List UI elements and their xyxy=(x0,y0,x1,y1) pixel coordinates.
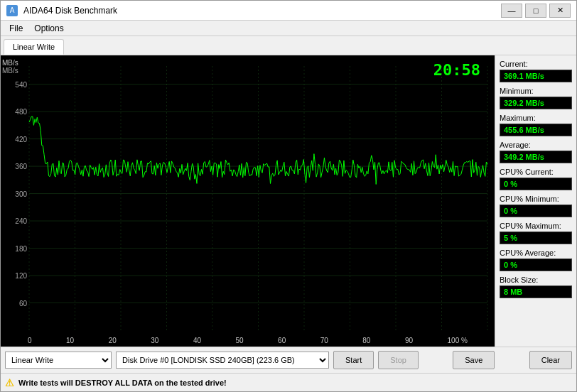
cpu-maximum-stat: CPU% Maximum: 5 % xyxy=(500,222,572,244)
disk-select[interactable]: Disk Drive #0 [LONDISK SSD 240GB] (223.6… xyxy=(116,352,329,369)
maximum-value: 455.6 MB/s xyxy=(500,124,572,136)
app-icon: A xyxy=(6,5,18,16)
stop-button[interactable]: Stop xyxy=(378,351,419,369)
main-window: A AIDA64 Disk Benchmark — □ ✕ File Optio… xyxy=(0,0,577,392)
minimum-value: 329.2 MB/s xyxy=(500,97,572,109)
x-label-100: 100 % xyxy=(448,337,468,344)
save-button[interactable]: Save xyxy=(453,351,495,369)
start-button[interactable]: Start xyxy=(333,351,374,369)
stats-sidebar: Current: 369.1 MB/s Minimum: 329.2 MB/s … xyxy=(495,55,576,347)
block-size-stat: Block Size: 8 MB xyxy=(500,276,572,298)
close-button[interactable]: ✕ xyxy=(549,4,571,18)
cpu-minimum-label: CPU% Minimum: xyxy=(500,195,572,203)
block-size-label: Block Size: xyxy=(500,276,572,284)
window-title: AIDA64 Disk Benchmark xyxy=(23,6,117,16)
block-size-value: 8 MB xyxy=(500,285,572,298)
cpu-current-value: 0 % xyxy=(500,178,572,190)
warning-bar: ⚠ Write tests will DESTROY ALL DATA on t… xyxy=(1,373,576,391)
x-label-60: 60 xyxy=(278,337,286,344)
cpu-minimum-stat: CPU% Minimum: 0 % xyxy=(500,195,572,217)
current-value: 369.1 MB/s xyxy=(500,70,572,82)
cpu-average-label: CPU% Average: xyxy=(500,249,572,257)
title-bar-left: A AIDA64 Disk Benchmark xyxy=(6,5,117,16)
menu-file[interactable]: File xyxy=(4,22,28,34)
menu-options[interactable]: Options xyxy=(28,22,69,34)
x-axis-labels: 0 10 20 30 40 50 60 70 80 90 100 % xyxy=(1,334,495,347)
y-axis-unit: MB/s xyxy=(2,59,18,67)
bottom-bar: Linear Write Linear Read Random Write Ra… xyxy=(1,347,576,391)
benchmark-chart xyxy=(1,55,495,334)
cpu-minimum-value: 0 % xyxy=(500,205,572,217)
x-label-10: 10 xyxy=(66,337,74,344)
average-stat: Average: 349.2 MB/s xyxy=(500,141,572,163)
maximum-stat: Maximum: 455.6 MB/s xyxy=(500,114,572,136)
x-label-20: 20 xyxy=(109,337,117,344)
title-controls: — □ ✕ xyxy=(501,4,571,18)
average-value: 349.2 MB/s xyxy=(500,151,572,163)
x-label-0: 0 xyxy=(28,337,32,344)
clear-button[interactable]: Clear xyxy=(529,351,572,369)
warning-icon: ⚠ xyxy=(5,377,14,388)
cpu-current-label: CPU% Current: xyxy=(500,168,572,176)
x-label-30: 30 xyxy=(151,337,158,344)
warning-text: Write tests will DESTROY ALL DATA on the… xyxy=(18,379,227,387)
test-type-select[interactable]: Linear Write Linear Read Random Write Ra… xyxy=(5,352,112,369)
title-bar: A AIDA64 Disk Benchmark — □ ✕ xyxy=(1,1,576,21)
cpu-current-stat: CPU% Current: 0 % xyxy=(500,168,572,190)
x-label-40: 40 xyxy=(193,337,201,344)
cpu-average-stat: CPU% Average: 0 % xyxy=(500,249,572,271)
tab-bar: Linear Write xyxy=(1,36,576,55)
chart-area: MB/s 20:58 0 10 20 30 40 50 60 70 80 90 … xyxy=(1,55,495,347)
x-label-80: 80 xyxy=(362,337,370,344)
average-label: Average: xyxy=(500,141,572,149)
cpu-average-value: 0 % xyxy=(500,258,572,271)
time-display: 20:58 xyxy=(433,61,480,79)
cpu-maximum-label: CPU% Maximum: xyxy=(500,222,572,230)
current-label: Current: xyxy=(500,60,572,68)
tab-linear-write[interactable]: Linear Write xyxy=(4,39,64,55)
current-stat: Current: 369.1 MB/s xyxy=(500,60,572,82)
minimize-button[interactable]: — xyxy=(501,4,522,18)
bottom-controls: Linear Write Linear Read Random Write Ra… xyxy=(1,347,576,373)
x-label-50: 50 xyxy=(235,337,243,344)
main-content: MB/s 20:58 0 10 20 30 40 50 60 70 80 90 … xyxy=(1,55,576,347)
maximum-label: Maximum: xyxy=(500,114,572,122)
minimum-label: Minimum: xyxy=(500,87,572,95)
x-label-90: 90 xyxy=(405,337,413,344)
minimum-stat: Minimum: 329.2 MB/s xyxy=(500,87,572,109)
cpu-maximum-value: 5 % xyxy=(500,232,572,244)
x-label-70: 70 xyxy=(320,337,328,344)
maximize-button[interactable]: □ xyxy=(525,4,546,18)
menu-bar: File Options xyxy=(1,21,576,36)
chart-wrapper: MB/s 20:58 xyxy=(1,55,495,334)
